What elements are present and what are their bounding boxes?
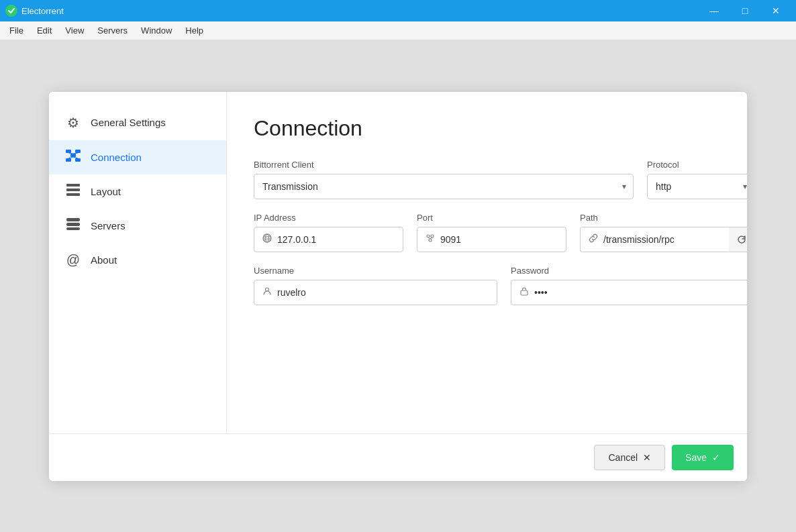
svg-rect-11	[66, 189, 80, 191]
svg-rect-12	[66, 193, 80, 196]
layout-icon	[65, 184, 81, 199]
main-area: ⚙ General Settings	[0, 40, 796, 532]
bittorrent-client-label: Bittorrent Client	[254, 160, 634, 170]
svg-line-7	[73, 153, 78, 154]
sidebar-label-servers: Servers	[91, 220, 126, 231]
form-group-path: Path	[580, 213, 747, 252]
maximize-button[interactable]: □	[730, 0, 760, 21]
svg-point-26	[266, 288, 269, 291]
form-row-connection: IP Address	[254, 213, 747, 252]
dialog-footer: Cancel ✕ Save ✓	[49, 433, 747, 481]
sidebar-label-layout: Layout	[91, 186, 121, 197]
form-group-password: Password	[511, 266, 747, 305]
svg-line-8	[68, 157, 73, 158]
protocol-select-wrapper[interactable]: http https ▾	[647, 174, 747, 199]
ip-address-label: IP Address	[254, 213, 403, 223]
protocol-select[interactable]: http https	[648, 174, 747, 199]
svg-rect-13	[66, 218, 80, 221]
svg-rect-4	[66, 158, 71, 162]
svg-point-23	[429, 239, 432, 242]
path-field[interactable]	[603, 234, 721, 245]
form-row-auth: Username	[254, 266, 747, 305]
connection-icon	[65, 150, 81, 165]
svg-rect-3	[70, 154, 76, 157]
svg-line-25	[430, 237, 432, 239]
cancel-label: Cancel	[608, 452, 638, 463]
menu-view[interactable]: View	[58, 23, 91, 38]
form-group-client: Bittorrent Client Transmission qBittorre…	[254, 160, 634, 199]
dialog-body: ⚙ General Settings	[49, 92, 747, 433]
menu-window[interactable]: Window	[134, 23, 179, 38]
app-title: Electorrent	[21, 6, 699, 16]
globe-icon	[262, 233, 272, 245]
menu-help[interactable]: Help	[179, 23, 210, 38]
save-icon: ✓	[712, 452, 720, 463]
form-group-protocol: Protocol http https ▾	[647, 160, 747, 199]
svg-rect-5	[75, 158, 81, 162]
path-refresh-button[interactable]	[729, 227, 747, 252]
menu-file[interactable]: File	[3, 23, 30, 38]
username-input-wrapper[interactable]	[254, 280, 497, 305]
sidebar-label-about: About	[91, 254, 117, 266]
svg-rect-2	[75, 150, 81, 153]
path-field-container[interactable]	[580, 227, 729, 252]
sidebar-label-general-settings: General Settings	[91, 117, 166, 128]
menu-servers[interactable]: Servers	[91, 23, 134, 38]
svg-line-6	[68, 153, 73, 154]
app-logo	[5, 5, 17, 17]
path-input-wrapper	[580, 227, 747, 252]
save-button[interactable]: Save ✓	[672, 445, 734, 470]
form-group-ip: IP Address	[254, 213, 403, 252]
svg-rect-1	[66, 150, 71, 153]
form-group-port: Port	[417, 213, 566, 252]
servers-icon	[65, 218, 81, 233]
sidebar: ⚙ General Settings	[49, 92, 227, 433]
bittorrent-client-select-wrapper[interactable]: Transmission qBittorrent Deluge uTorrent…	[254, 174, 634, 199]
svg-rect-14	[66, 223, 80, 226]
username-field[interactable]	[277, 287, 489, 298]
password-field[interactable]	[534, 287, 746, 298]
page-title: Connection	[254, 116, 747, 141]
titlebar: Electorrent — □ ✕	[0, 0, 796, 21]
svg-line-9	[73, 157, 78, 158]
lock-icon	[519, 286, 529, 298]
sidebar-item-about[interactable]: @ About	[49, 243, 226, 277]
gear-icon: ⚙	[65, 115, 81, 131]
form-section: Bittorrent Client Transmission qBittorre…	[254, 160, 747, 417]
sidebar-item-connection[interactable]: Connection	[49, 140, 226, 174]
minimize-button[interactable]: —	[699, 0, 729, 21]
ip-address-field[interactable]	[277, 234, 395, 245]
menubar: File Edit View Servers Window Help	[0, 21, 796, 40]
user-icon	[262, 286, 272, 298]
password-input-wrapper[interactable]	[511, 280, 747, 305]
svg-rect-27	[521, 290, 528, 295]
sidebar-item-layout[interactable]: Layout	[49, 174, 226, 209]
svg-line-24	[428, 237, 430, 239]
link-icon	[589, 233, 598, 245]
svg-point-0	[5, 5, 17, 17]
form-row-client: Bittorrent Client Transmission qBittorre…	[254, 160, 747, 199]
sidebar-item-servers[interactable]: Servers	[49, 209, 226, 243]
about-icon: @	[65, 252, 81, 268]
refresh-icon	[737, 235, 746, 244]
menu-edit[interactable]: Edit	[30, 23, 58, 38]
port-field[interactable]	[440, 234, 558, 245]
cancel-icon: ✕	[643, 452, 651, 463]
svg-rect-15	[66, 227, 80, 230]
cancel-button[interactable]: Cancel ✕	[594, 445, 665, 470]
svg-point-21	[427, 235, 430, 237]
network-icon	[426, 233, 435, 245]
svg-point-22	[431, 235, 434, 237]
close-button[interactable]: ✕	[761, 0, 791, 21]
path-label: Path	[580, 213, 747, 223]
protocol-label: Protocol	[647, 160, 747, 170]
port-input-wrapper[interactable]	[417, 227, 566, 252]
password-label: Password	[511, 266, 747, 276]
sidebar-item-general-settings[interactable]: ⚙ General Settings	[49, 105, 226, 140]
ip-address-input-wrapper[interactable]	[254, 227, 403, 252]
form-group-username: Username	[254, 266, 497, 305]
settings-dialog: ⚙ General Settings	[49, 92, 747, 481]
window-controls: — □ ✕	[699, 0, 791, 21]
username-label: Username	[254, 266, 497, 276]
bittorrent-client-select[interactable]: Transmission qBittorrent Deluge uTorrent	[254, 174, 633, 199]
